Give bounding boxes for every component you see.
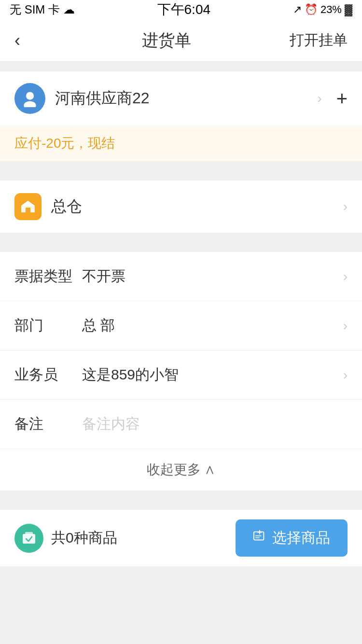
select-product-icon — [253, 530, 266, 546]
battery-icon: ▓ — [345, 3, 352, 16]
supplier-row[interactable]: 河南供应商22 › + — [0, 71, 362, 126]
status-right: ↗ ⏰ 23% ▓ — [293, 3, 352, 16]
svg-point-1 — [24, 101, 36, 107]
select-product-button[interactable]: 选择商品 — [236, 519, 348, 557]
supplier-avatar — [14, 83, 45, 114]
back-button[interactable]: ‹ — [14, 30, 43, 51]
gap-4 — [0, 490, 362, 500]
sim-status: 无 SIM 卡 ☁ — [10, 2, 75, 17]
svg-point-0 — [26, 92, 34, 100]
status-bar: 无 SIM 卡 ☁ 下午6:04 ↗ ⏰ 23% ▓ — [0, 0, 362, 19]
department-chevron-icon: › — [343, 318, 348, 334]
gap-1 — [0, 62, 362, 71]
svg-rect-2 — [26, 208, 30, 212]
product-icon — [14, 524, 43, 553]
invoice-type-row[interactable]: 票据类型 不开票 › — [0, 252, 362, 301]
warehouse-row[interactable]: 总仓 › — [0, 181, 362, 233]
open-pending-button[interactable]: 打开挂单 — [290, 30, 348, 50]
warehouse-chevron-icon: › — [343, 199, 348, 214]
department-label: 部门 — [14, 316, 77, 336]
department-row[interactable]: 部门 总 部 › — [0, 301, 362, 350]
product-count-area: 共0种商品 — [14, 524, 117, 553]
notice-bar: 应付-20元，现结 — [0, 126, 362, 161]
form-section: 票据类型 不开票 › 部门 总 部 › 业务员 这是859的小智 › 备注 备注… — [0, 252, 362, 448]
gap-2 — [0, 161, 362, 171]
department-value: 总 部 — [77, 316, 338, 336]
status-time: 下午6:04 — [157, 0, 211, 19]
status-left: 无 SIM 卡 ☁ — [10, 2, 75, 17]
invoice-type-label: 票据类型 — [14, 266, 77, 286]
salesperson-label: 业务员 — [14, 365, 77, 385]
page-title: 进货单 — [142, 29, 191, 52]
battery-level: 23% — [320, 3, 342, 16]
alarm-icon: ⏰ — [305, 3, 318, 16]
supplier-chevron-icon: › — [317, 91, 321, 106]
location-icon: ↗ — [293, 3, 302, 16]
remark-row[interactable]: 备注 备注内容 — [0, 400, 362, 448]
supplier-name: 河南供应商22 — [55, 88, 317, 109]
gap-3 — [0, 233, 362, 242]
remark-input[interactable]: 备注内容 — [77, 414, 348, 434]
product-count-text: 共0种商品 — [51, 528, 117, 548]
svg-rect-4 — [25, 532, 33, 535]
remark-label: 备注 — [14, 414, 77, 434]
invoice-type-value: 不开票 — [77, 266, 338, 286]
warehouse-name: 总仓 — [51, 196, 343, 217]
warehouse-icon — [14, 193, 42, 220]
collapse-button[interactable]: 收起更多 ∧ — [0, 448, 362, 490]
salesperson-value: 这是859的小智 — [77, 365, 338, 385]
salesperson-row[interactable]: 业务员 这是859的小智 › — [0, 350, 362, 400]
invoice-type-chevron-icon: › — [343, 269, 348, 284]
nav-bar: ‹ 进货单 打开挂单 — [0, 19, 362, 62]
select-product-label: 选择商品 — [272, 528, 330, 548]
salesperson-chevron-icon: › — [343, 367, 348, 383]
svg-rect-3 — [23, 534, 35, 544]
warehouse-section: 总仓 › — [0, 181, 362, 233]
add-supplier-button[interactable]: + — [336, 88, 348, 110]
supplier-section: 河南供应商22 › + 应付-20元，现结 — [0, 71, 362, 161]
bottom-bar: 共0种商品 选择商品 — [0, 510, 362, 566]
